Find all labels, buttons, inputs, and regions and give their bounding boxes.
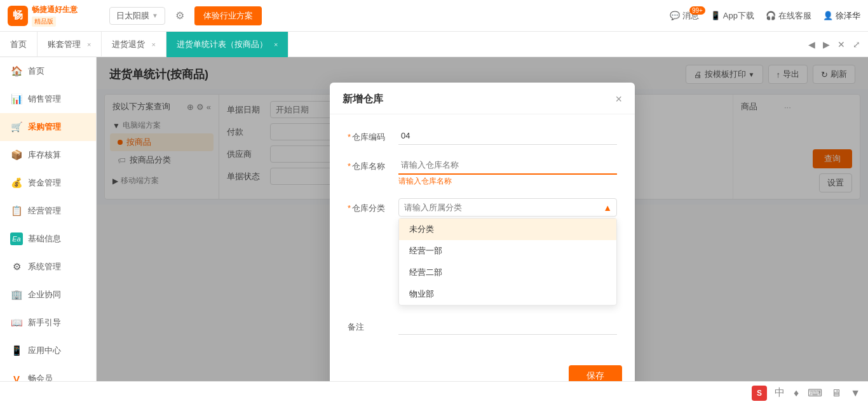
logo-text: 畅捷通好生意 精品版	[32, 4, 78, 27]
modal-overlay: 新增仓库 × 仓库编码 仓库名称	[97, 57, 868, 404]
user-menu[interactable]: 👤 徐泽华	[823, 10, 860, 22]
dropdown-item-uncategorized[interactable]: 未分类	[399, 219, 616, 240]
name-label: 仓库名称	[348, 156, 398, 172]
tab-expand[interactable]: ⤢	[850, 38, 863, 51]
chinese-input-icon[interactable]: 中	[775, 386, 785, 400]
expand-icon[interactable]: ▼	[850, 387, 860, 399]
dropdown-item-dept2[interactable]: 经营二部	[399, 262, 616, 283]
category-input[interactable]	[398, 198, 617, 217]
finance-icon: 💰	[10, 177, 23, 189]
basic-info-icon: Ea	[10, 232, 23, 245]
bottom-bar: S 中 ♦ ⌨ 🖥 ▼	[0, 381, 868, 404]
name-input[interactable]	[398, 156, 617, 175]
sidebar: 🏠 首页 📊 销售管理 🛒 采购管理 📦 库存核算 💰 资金管理 📋 经营管理 …	[0, 57, 97, 404]
form-row-code: 仓库编码	[348, 127, 617, 145]
sidebar-item-apps[interactable]: 📱 应用中心	[0, 337, 96, 365]
notes-field	[398, 317, 617, 335]
tab-close-all[interactable]: ✕	[835, 38, 848, 51]
form-row-notes: 备注	[348, 317, 617, 335]
notes-input[interactable]	[398, 317, 617, 335]
sidebar-item-system[interactable]: ⚙ 系统管理	[0, 253, 96, 281]
dialog-close-button[interactable]: ×	[615, 93, 622, 106]
close-icon[interactable]: ×	[151, 41, 155, 48]
sidebar-item-operations[interactable]: 📋 经营管理	[0, 197, 96, 225]
monitor-icon[interactable]: 🖥	[831, 387, 841, 399]
name-error-msg: 请输入仓库名称	[398, 176, 617, 187]
dialog-body: 仓库编码 仓库名称 请输入仓库名称	[330, 114, 635, 359]
bottom-icons: 中 ♦ ⌨ 🖥 ▼	[775, 386, 860, 400]
store-selector[interactable]: 日太阳膜 ▼	[109, 7, 165, 25]
sidebar-item-home[interactable]: 🏠 首页	[0, 57, 96, 85]
content-area: 进货单统计(按商品) 🖨 按模板打印 ▼ ↑ 导出 ↻ 刷新	[97, 57, 868, 404]
apps-icon: 📱	[10, 344, 23, 357]
inventory-icon: 📦	[10, 149, 23, 161]
category-select-wrapper: ▲	[398, 198, 617, 217]
online-service-button[interactable]: 🎧 在线客服	[766, 10, 811, 22]
form-row-name: 仓库名称 请输入仓库名称	[348, 156, 617, 187]
chevron-up-icon[interactable]: ▲	[603, 203, 612, 213]
tab-controls: ◀ ▶ ✕ ⤢	[801, 38, 868, 51]
category-label: 仓库分类	[348, 198, 398, 214]
category-dropdown: 未分类 经营一部 经营二部 物业部	[398, 218, 617, 306]
code-field	[398, 127, 617, 145]
chevron-down-icon: ▼	[152, 12, 158, 19]
top-bar: 畅 畅捷通好生意 精品版 日太阳膜 ▼ ⚙ 体验行业方案 💬 消息 99+ 📱 …	[0, 0, 868, 32]
system-icon: ⚙	[10, 260, 23, 273]
sidebar-item-enterprise[interactable]: 🏢 企业协同	[0, 281, 96, 309]
sidebar-item-inventory[interactable]: 📦 库存核算	[0, 141, 96, 169]
sales-icon: 📊	[10, 93, 23, 105]
app-download-button[interactable]: 📱 App下载	[710, 10, 754, 22]
dialog-title: 新增仓库	[342, 93, 383, 106]
user-icon: 👤	[823, 11, 833, 20]
s-icon: S	[752, 386, 767, 401]
dropdown-item-property[interactable]: 物业部	[399, 283, 616, 305]
main-layout: 🏠 首页 📊 销售管理 🛒 采购管理 📦 库存核算 💰 资金管理 📋 经营管理 …	[0, 57, 868, 404]
close-icon[interactable]: ×	[87, 41, 91, 48]
code-label: 仓库编码	[348, 127, 398, 143]
operations-icon: 📋	[10, 205, 23, 217]
name-field: 请输入仓库名称	[398, 156, 617, 187]
tab-purchase-return[interactable]: 进货退货 ×	[102, 32, 166, 57]
decoration-icon: ♦	[794, 387, 799, 399]
category-field: ▲ 未分类 经营一部 经营二部 物业部	[398, 198, 617, 306]
notes-label: 备注	[348, 317, 398, 333]
home-icon: 🏠	[10, 65, 23, 77]
top-right: 💬 消息 99+ 📱 App下载 🎧 在线客服 👤 徐泽华	[670, 10, 860, 22]
tab-purchase-stats[interactable]: 进货单统计表（按商品） ×	[166, 32, 288, 57]
add-warehouse-dialog: 新增仓库 × 仓库编码 仓库名称	[330, 83, 635, 398]
tab-account[interactable]: 账套管理 ×	[37, 32, 102, 57]
logo-area: 畅 畅捷通好生意 精品版	[8, 4, 103, 27]
tab-nav-next[interactable]: ▶	[820, 38, 832, 51]
tab-bar: 首页 账套管理 × 进货退货 × 进货单统计表（按商品） × ◀ ▶ ✕ ⤢	[0, 32, 868, 57]
code-input[interactable]	[398, 127, 617, 145]
trial-button[interactable]: 体验行业方案	[194, 6, 262, 25]
gear-icon[interactable]: ⚙	[175, 10, 184, 22]
sidebar-item-basic-info[interactable]: Ea 基础信息	[0, 225, 96, 253]
dropdown-item-dept1[interactable]: 经营一部	[399, 240, 616, 262]
tab-nav-prev[interactable]: ◀	[806, 38, 818, 51]
form-row-category: 仓库分类 ▲ 未分类 经营一部 经营二部 物业部	[348, 198, 617, 306]
enterprise-icon: 🏢	[10, 288, 23, 301]
headset-icon: 🎧	[766, 11, 776, 20]
sidebar-item-newbie[interactable]: 📖 新手引导	[0, 309, 96, 337]
message-icon: 💬	[670, 11, 680, 20]
top-actions: ⚙ 体验行业方案	[175, 6, 262, 25]
phone-icon: 📱	[710, 11, 721, 20]
tab-home[interactable]: 首页	[0, 32, 37, 57]
sidebar-item-purchase[interactable]: 🛒 采购管理	[0, 113, 96, 141]
logo-icon: 畅	[8, 6, 28, 26]
s-logo: S	[752, 386, 767, 401]
keyboard-icon[interactable]: ⌨	[808, 387, 822, 399]
close-icon[interactable]: ×	[274, 41, 278, 48]
message-button[interactable]: 💬 消息 99+	[670, 10, 699, 22]
newbie-icon: 📖	[10, 316, 23, 329]
sidebar-item-sales[interactable]: 📊 销售管理	[0, 85, 96, 113]
dialog-header: 新增仓库 ×	[330, 83, 635, 114]
sidebar-item-finance[interactable]: 💰 资金管理	[0, 169, 96, 197]
purchase-icon: 🛒	[10, 121, 23, 133]
